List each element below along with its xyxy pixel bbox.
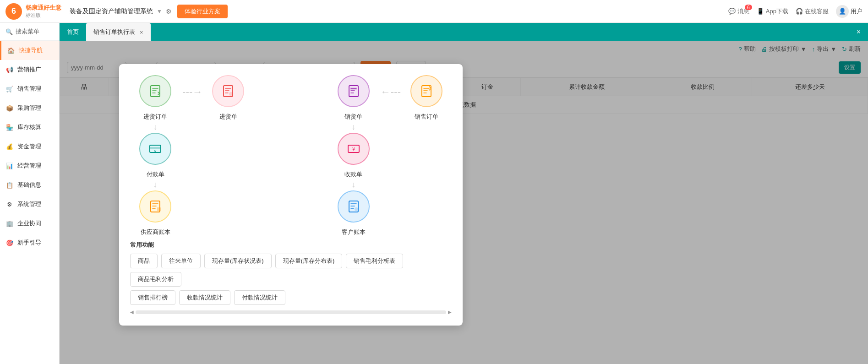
sidebar-item-sales[interactable]: 🛒 销售管理 [0,79,59,98]
purchase-bill-label: 进货单 [219,113,237,121]
purchase-order-circle [139,75,171,107]
user-avatar: 👤 [836,5,849,18]
sidebar-item-operations[interactable]: 📊 经营管理 [0,156,59,175]
func-buttons-row1: 商品 往来单位 现存量(库存状况表) 现存量(库存分布表) 销售毛利分析表 商品… [130,254,452,287]
tab-bar: 首页 销售订单执行表 × × [60,23,868,41]
tab-home-label: 首页 [67,28,79,36]
func-btn-product[interactable]: 商品 [130,254,158,268]
inventory-icon: 🏪 [5,123,14,131]
flow-item-supplier-ledger[interactable]: 供应商账本 [139,190,171,236]
settings-gear-icon[interactable]: ⚙ [166,8,172,15]
svg-rect-5 [157,207,161,211]
sales-icon: 🛒 [5,85,14,93]
scroll-right-arrow[interactable]: ▶ [448,310,452,315]
app-container: 6 畅康通好生意 标准版 装备及固定资产辅助管理系统 ▼ ⚙ 体验行业方案 💬 … [0,0,868,364]
finance-icon: 💰 [5,142,14,151]
user-name-label: 用户 [851,7,863,16]
customer-ledger-label: 客户账本 [342,228,366,236]
scroll-track[interactable] [136,310,446,314]
purchase-icon: 📦 [5,104,14,112]
common-func-title: 常用功能 [130,241,452,249]
func-btn-sales-gross[interactable]: 销售毛利分析表 [346,254,403,268]
sidebar-item-basic-info[interactable]: 📋 基础信息 [0,175,59,195]
svg-rect-9 [350,87,357,90]
top-bar: 6 畅康通好生意 标准版 装备及固定资产辅助管理系统 ▼ ⚙ 体验行业方案 💬 … [0,0,868,23]
logo-area: 6 畅康通好生意 标准版 [5,3,65,20]
sidebar-item-label-corp: 企业协同 [17,219,41,228]
modal-overlay[interactable]: 进货订单 ↓ ¥ 付款单 ↓ [60,41,868,364]
tab-bar-close-icon[interactable]: × [849,28,868,36]
sidebar-item-label-inventory: 库存核算 [17,123,41,131]
svg-text:¥: ¥ [352,147,355,152]
sales-order-label: 销售订单 [415,113,438,121]
func-btn-stock-dist[interactable]: 现存量(库存分布表) [275,254,343,268]
system-icon: ⚙ [5,200,14,208]
title-dropdown-arrow[interactable]: ▼ [157,8,162,15]
content-area: 首页 销售订单执行表 × × ? 帮助 [60,23,868,364]
sidebar-item-inventory[interactable]: 🏪 库存核算 [0,118,59,137]
func-btn-stock-status[interactable]: 现存量(库存状况表) [204,254,272,268]
receipt-circle: ¥ [338,133,370,165]
flow-item-purchase-order[interactable]: 进货订单 [139,75,171,121]
svg-point-13 [355,207,358,211]
sidebar-item-corp[interactable]: 🏢 企业协同 [0,214,59,233]
scroll-row: ◀ ▶ [130,310,452,315]
tab-sales-order[interactable]: 销售订单执行表 × [86,23,151,41]
func-btn-product-gross[interactable]: 商品毛利分析 [130,272,181,287]
app-download-label: App下载 [766,7,788,16]
scroll-left-arrow[interactable]: ◀ [130,310,134,315]
headset-icon: 🎧 [796,8,803,15]
flow-item-customer-ledger[interactable]: 客户账本 [338,190,370,236]
tab-close-icon[interactable]: × [140,29,143,36]
sidebar-item-quick-nav[interactable]: 🏠 快捷导航 [0,41,59,60]
func-btn-payment-stats[interactable]: 付款情况统计 [234,290,285,305]
tab-sales-order-label: 销售订单执行表 [93,28,135,36]
app-download-button[interactable]: 📱 App下载 [757,7,788,16]
down-arrow-2: ↓ [351,123,355,131]
message-button[interactable]: 💬 消息 6 [728,7,749,16]
sidebar: 🔍 搜索菜单 🏠 快捷导航 📢 营销推广 🛒 销售管理 📦 采购管理 🏪 [0,23,60,364]
operations-icon: 📊 [5,162,14,170]
sidebar-item-label-finance: 资金管理 [17,142,41,151]
marketing-icon: 📢 [5,65,14,74]
sidebar-item-newbie[interactable]: 🎯 新手引导 [0,233,59,252]
flow-item-sales-bill[interactable]: 销货单 [338,75,370,121]
func-buttons-row2: 销售排行榜 收款情况统计 付款情况统计 [130,290,452,305]
svg-text:¥: ¥ [154,149,157,153]
down-arrow-4: ↓ [351,180,355,189]
page-content: ? 帮助 🖨 按模板打印 ▼ ↑ 导出 ▼ [60,41,868,364]
flow-item-sales-order[interactable]: 销售订单 [410,75,442,121]
sidebar-item-purchase[interactable]: 📦 采购管理 [0,98,59,118]
sidebar-item-system[interactable]: ⚙ 系统管理 [0,195,59,214]
svg-point-7 [229,92,233,96]
sidebar-item-marketing[interactable]: 📢 营销推广 [0,60,59,79]
flow-item-payment[interactable]: ¥ 付款单 [139,133,171,179]
func-btn-sales-rank[interactable]: 销售排行榜 [130,290,175,305]
sidebar-item-label-marketing: 营销推广 [17,65,41,74]
flow-item-receipt[interactable]: ¥ 收款单 [338,133,370,179]
corp-icon: 🏢 [5,219,14,228]
down-arrow-3: ↓ [153,180,158,189]
tab-home[interactable]: 首页 [60,23,86,41]
online-service-label: 在线客服 [805,7,829,16]
sales-bill-label: 销货单 [344,113,362,121]
sidebar-item-label-basic-info: 基础信息 [17,181,41,189]
func-btn-contacts[interactable]: 往来单位 [161,254,201,268]
payment-label: 付款单 [147,170,164,179]
supplier-ledger-circle [139,190,171,223]
supplier-ledger-label: 供应商账本 [141,228,170,236]
payment-circle: ¥ [139,133,171,165]
svg-rect-8 [349,86,358,97]
common-func-section: 常用功能 商品 往来单位 现存量(库存状况表) 现存量(库存分布表) 销售毛利分… [130,241,452,315]
sidebar-item-label-newbie: 新手引导 [17,239,41,247]
svg-rect-0 [151,86,160,97]
logo-sub: 标准版 [26,12,61,18]
experience-button[interactable]: 体验行业方案 [177,5,228,18]
online-service-button[interactable]: 🎧 在线客服 [796,7,829,16]
sidebar-item-finance[interactable]: 💰 资金管理 [0,137,59,156]
func-btn-receipt-stats[interactable]: 收款情况统计 [179,290,230,305]
sales-order-circle [410,75,442,107]
search-menu-button[interactable]: 🔍 搜索菜单 [0,23,59,41]
user-menu[interactable]: 👤 用户 [836,5,863,18]
flow-item-purchase-bill[interactable]: 进货单 [212,75,244,121]
